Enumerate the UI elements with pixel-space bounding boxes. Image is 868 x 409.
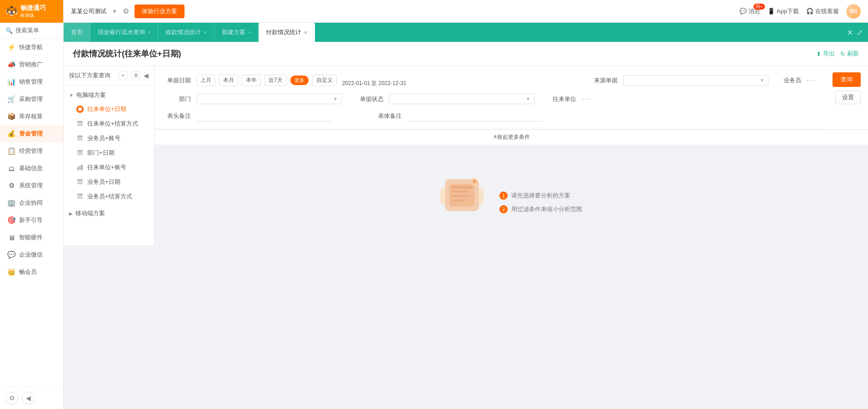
mobile-scheme-group[interactable]: ▶ 移动端方案: [64, 207, 154, 220]
scheme-item-staff-date[interactable]: 业务员+日期: [64, 175, 154, 189]
staff-dots[interactable]: ···: [807, 76, 816, 85]
dept-select[interactable]: ▼: [196, 94, 342, 104]
marketing-icon: 📣: [7, 61, 15, 69]
related-unit-dots[interactable]: ···: [582, 94, 591, 104]
mobile-group-arrow: ▶: [69, 211, 73, 216]
hardware-icon: 🖥: [7, 233, 15, 242]
scheme-item-unit-date[interactable]: 往来单位+日期: [64, 102, 154, 116]
source-label: 来源单据: [581, 76, 618, 85]
sidebar-item-guide[interactable]: 🎯 新手引导: [0, 212, 63, 229]
table-body-note-input[interactable]: [407, 111, 544, 121]
date-btn-this-year[interactable]: 本年: [242, 75, 261, 86]
sidebar-item-label: 新手引导: [19, 216, 43, 224]
trial-btn[interactable]: 体验行业方案: [135, 5, 185, 18]
svg-rect-24: [452, 200, 465, 202]
svg-rect-4: [77, 136, 83, 137]
sidebar-item-wechat[interactable]: 💬 企业微信: [0, 246, 63, 263]
scheme-item-unit-account[interactable]: 往来单位+账号: [64, 160, 154, 175]
scheme-item-label: 业务员+账号: [87, 134, 120, 142]
company-name: 某某公司测试: [71, 7, 106, 15]
scheme-add-btn[interactable]: +: [118, 71, 128, 81]
sidebar-search[interactable]: 🔍 搜索菜单: [0, 23, 63, 39]
scheme-item-dept-date[interactable]: 部门+日期: [64, 146, 154, 160]
tab-new-scheme[interactable]: 新建方案 ×: [215, 23, 259, 42]
sidebar-item-member[interactable]: 👑 畅会员: [0, 263, 63, 281]
tab-new-scheme-close[interactable]: ×: [248, 30, 251, 35]
scheme-item-staff-account[interactable]: 业务员+账号: [64, 131, 154, 146]
doc-status-select[interactable]: ▼: [389, 94, 534, 104]
scheme-settings-btn[interactable]: ⚙: [131, 71, 141, 81]
svg-rect-21: [452, 186, 472, 188]
sidebar-item-hardware[interactable]: 🖥 智能硬件: [0, 229, 63, 246]
refresh-icon: ↻: [840, 50, 845, 57]
svg-rect-1: [77, 121, 83, 122]
tab-home[interactable]: 首页: [64, 23, 90, 42]
message-action[interactable]: 💬 消息 99+: [739, 7, 760, 15]
tab-bank-flow[interactable]: 现金银行流水查询 ×: [90, 23, 158, 42]
sidebar-item-capital[interactable]: 💰 资金管理: [0, 125, 63, 142]
operations-icon: 📋: [7, 147, 15, 155]
export-label: 导出: [823, 50, 835, 58]
date-btn-more[interactable]: 更多: [290, 76, 309, 85]
tab-payment-stats[interactable]: 付款情况统计 ×: [259, 23, 314, 42]
scheme-item-label: 业务员+结算方式: [87, 192, 132, 201]
date-btn-7days[interactable]: 近7天: [264, 75, 287, 86]
date-btn-last-month[interactable]: 上月: [196, 75, 215, 86]
sidebar-item-basic[interactable]: 🗂 基础信息: [0, 160, 63, 177]
sidebar-collapse-btn[interactable]: ◀: [22, 392, 35, 404]
sidebar-item-operations[interactable]: 📋 经营管理: [0, 142, 63, 160]
date-filter-content: 上月 本月 本年 近7天 更多 自定义 2022-01-01 至 2022-12…: [196, 73, 576, 87]
user-avatar[interactable]: Rit: [846, 4, 861, 19]
topbar-gear-icon[interactable]: ⚙: [123, 7, 129, 15]
scheme-collapse-btn[interactable]: ◀: [144, 72, 149, 79]
sidebar-item-sales[interactable]: 📊 销售管理: [0, 73, 63, 91]
sidebar-item-inventory[interactable]: 📦 库存核算: [0, 108, 63, 125]
tabbar-actions: ✕ ⤢: [842, 23, 868, 42]
tab-bank-flow-close[interactable]: ×: [148, 30, 150, 35]
sidebar-item-system[interactable]: ⚙ 系统管理: [0, 177, 63, 194]
source-select-arrow: ▼: [760, 78, 764, 83]
page-header: 付款情况统计(往来单位+日期) ⬆ 导出 ↻ 刷新: [64, 42, 868, 66]
tab-payment-stats-close[interactable]: ×: [304, 30, 307, 35]
tab-receipt-stats-close[interactable]: ×: [204, 30, 206, 35]
sidebar-item-purchase[interactable]: 🛒 采购管理: [0, 91, 63, 108]
query-btn[interactable]: 查询: [833, 72, 861, 87]
scheme-item-staff-settle[interactable]: 业务员+结算方式: [64, 189, 154, 204]
svg-rect-6: [77, 139, 83, 141]
scheme-item-label: 往来单位+账号: [87, 163, 126, 172]
tab-receipt-stats[interactable]: 收款情况统计 ×: [158, 23, 214, 42]
topbar: 某某公司测试 ▼ ⚙ 体验行业方案 💬 消息 99+ 📱 App下载 🎧 在线客…: [64, 0, 868, 23]
refresh-btn[interactable]: ↻ 刷新: [840, 50, 859, 58]
table-head-note-input[interactable]: [196, 111, 333, 121]
scheme-item-unit-settle[interactable]: 往来单位+结算方式: [64, 116, 154, 131]
svg-rect-15: [77, 183, 83, 184]
app-download-action[interactable]: 📱 App下载: [768, 7, 799, 15]
filter-settings-btn[interactable]: 设置: [835, 91, 861, 104]
filter-main: 单据日期 上月 本月 本年 近7天 更多 自定义 2022-01-01: [155, 66, 825, 129]
sidebar-item-quick-nav[interactable]: ⚡ 快捷导航: [0, 39, 63, 56]
collapse-more-btn[interactable]: ∧ 收起更多条件: [155, 130, 868, 145]
date-btn-this-month[interactable]: 本月: [219, 75, 238, 86]
date-btn-custom[interactable]: 自定义: [312, 75, 337, 86]
empty-step-1: 1 请先选择要分析的方案: [499, 192, 582, 200]
pc-scheme-group-title[interactable]: ▼ 电脑端方案: [64, 88, 154, 102]
svg-rect-7: [77, 150, 83, 151]
topbar-actions: 💬 消息 99+ 📱 App下载 🎧 在线客服 Rit: [739, 4, 861, 19]
sidebar-item-label: 智能硬件: [19, 233, 43, 242]
filter-area: 单据日期 上月 本月 本年 近7天 更多 自定义 2022-01-01: [155, 66, 868, 245]
app-label: App下载: [777, 7, 799, 15]
svg-rect-22: [452, 191, 468, 192]
tab-expand-btn[interactable]: ⤢: [857, 28, 863, 37]
source-select[interactable]: ▼: [623, 75, 768, 86]
service-action[interactable]: 🎧 在线客服: [806, 7, 839, 15]
sidebar-item-label: 营销推广: [19, 61, 43, 69]
sidebar-item-enterprise[interactable]: 🏢 企业协同: [0, 194, 63, 212]
export-btn[interactable]: ⬆ 导出: [816, 50, 835, 58]
service-icon: 🎧: [806, 8, 813, 15]
page-title: 付款情况统计(往来单位+日期): [73, 48, 181, 59]
topbar-dropdown-icon[interactable]: ▼: [112, 8, 117, 15]
sidebar-item-marketing[interactable]: 📣 营销推广: [0, 56, 63, 73]
sidebar-settings-btn[interactable]: ⚙: [5, 392, 18, 404]
tab-close-all-btn[interactable]: ✕: [847, 28, 853, 37]
step-2-num: 2: [499, 205, 508, 213]
